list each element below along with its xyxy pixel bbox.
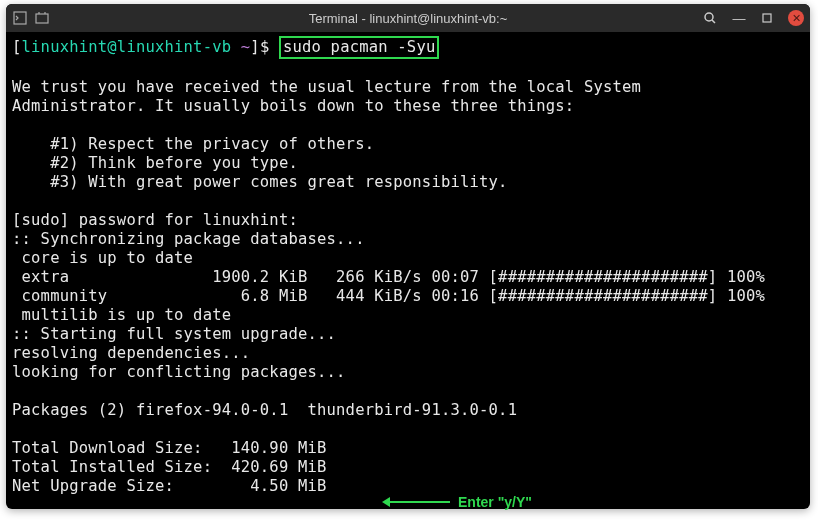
prompt-user-host: linuxhint@linuxhint-vb bbox=[22, 38, 232, 56]
line: Net Upgrade Size: 4.50 MiB bbox=[12, 477, 327, 495]
annotation: Enter "y/Y" bbox=[390, 494, 532, 510]
annotation-label: Enter "y/Y" bbox=[458, 494, 532, 510]
line: We trust you have received the usual lec… bbox=[12, 78, 641, 96]
svg-line-5 bbox=[712, 20, 715, 23]
arrow-icon bbox=[390, 501, 450, 503]
line: Total Installed Size: 420.69 MiB bbox=[12, 458, 327, 476]
app-menu-icon[interactable] bbox=[12, 10, 28, 26]
new-tab-icon[interactable] bbox=[34, 10, 50, 26]
prompt-bracket-close: ] bbox=[250, 38, 260, 56]
window-title: Terminal - linuxhint@linuxhint-vb:~ bbox=[6, 11, 810, 26]
minimize-button[interactable]: — bbox=[732, 11, 746, 26]
line: looking for conflicting packages... bbox=[12, 363, 346, 381]
search-icon[interactable] bbox=[702, 10, 718, 26]
close-button[interactable]: ✕ bbox=[788, 10, 804, 26]
titlebar-right: — ✕ bbox=[702, 10, 804, 26]
prompt-path: ~ bbox=[231, 38, 250, 56]
line: [sudo] password for linuxhint: bbox=[12, 211, 298, 229]
line: core is up to date bbox=[12, 249, 193, 267]
svg-rect-1 bbox=[36, 14, 48, 23]
line: Administrator. It usually boils down to … bbox=[12, 97, 574, 115]
prompt-dollar: $ bbox=[260, 38, 279, 56]
terminal-window: Terminal - linuxhint@linuxhint-vb:~ — ✕ … bbox=[6, 4, 810, 509]
line: #2) Think before you type. bbox=[12, 154, 298, 172]
line: Total Download Size: 140.90 MiB bbox=[12, 439, 327, 457]
line: #1) Respect the privacy of others. bbox=[12, 135, 374, 153]
titlebar: Terminal - linuxhint@linuxhint-vb:~ — ✕ bbox=[6, 4, 810, 32]
line: :: Synchronizing package databases... bbox=[12, 230, 365, 248]
line: extra 1900.2 KiB 266 KiB/s 00:07 [######… bbox=[12, 268, 765, 286]
prompt-bracket-open: [ bbox=[12, 38, 22, 56]
titlebar-left bbox=[12, 10, 50, 26]
svg-rect-6 bbox=[763, 14, 771, 22]
line: Packages (2) firefox-94.0-0.1 thunderbir… bbox=[12, 401, 517, 419]
line: community 6.8 MiB 444 KiB/s 00:16 [#####… bbox=[12, 287, 765, 305]
svg-point-4 bbox=[705, 13, 713, 21]
terminal-content[interactable]: [linuxhint@linuxhint-vb ~]$ sudo pacman … bbox=[6, 32, 810, 509]
svg-rect-0 bbox=[14, 12, 26, 24]
line: #3) With great power comes great respons… bbox=[12, 173, 508, 191]
line: :: Starting full system upgrade... bbox=[12, 325, 336, 343]
command-highlight: sudo pacman -Syu bbox=[279, 36, 440, 59]
line: multilib is up to date bbox=[12, 306, 231, 324]
maximize-button[interactable] bbox=[760, 11, 774, 26]
command-text: sudo pacman -Syu bbox=[283, 38, 436, 56]
line: resolving dependencies... bbox=[12, 344, 250, 362]
